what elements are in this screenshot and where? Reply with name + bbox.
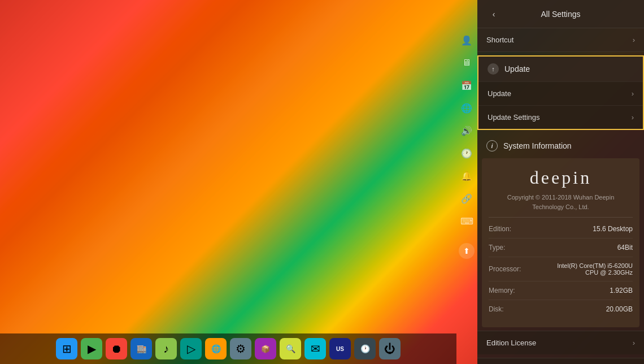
taskbar-media[interactable]: ▷ [180, 338, 202, 359]
taskbar-clock[interactable]: 🕐 [354, 338, 376, 359]
edition-label: Edition: [489, 225, 511, 233]
taskbar-search[interactable]: 🔍 [280, 338, 301, 359]
taskbar-email[interactable]: ✉ [304, 338, 326, 359]
update-section-title: Update [504, 64, 530, 73]
info-icon: i [486, 140, 498, 151]
taskbar-launcher[interactable]: ⊞ [56, 338, 77, 359]
taskbar-video[interactable]: ▶ [81, 338, 102, 359]
back-button[interactable]: ‹ [486, 7, 501, 21]
update-settings-label: Update Settings [488, 113, 540, 122]
shortcut-label: Shortcut [486, 36, 514, 44]
settings-sidebar: 👤 🖥 📅 🌐 🔊 🕐 🔔 🔗 ⌨ ⬆ [456, 0, 477, 339]
type-row: Type: 64Bit [489, 239, 633, 257]
deepin-copyright: Copyright © 2011-2018 Wuhan DeepinTechno… [489, 193, 633, 211]
sidebar-icon-display[interactable]: 🖥 [460, 57, 473, 69]
processor-value: Intel(R) Core(TM) i5-6200UCPU @ 2.30GHz [557, 262, 633, 276]
disk-value: 20.00GB [606, 305, 633, 313]
update-settings-row[interactable]: Update Settings › [478, 105, 643, 129]
taskbar-power[interactable]: ⏻ [379, 338, 401, 359]
update-row[interactable]: Update › [478, 81, 643, 105]
taskbar-browser[interactable]: 🌐 [205, 338, 227, 359]
deepin-logo: deepin [489, 167, 633, 188]
system-info-header: i System Information [477, 133, 644, 158]
taskbar-app[interactable]: 📦 [255, 338, 276, 359]
sidebar-icon-calendar[interactable]: 📅 [460, 79, 473, 92]
edition-license-row[interactable]: Edition License › [477, 331, 644, 354]
shortcut-chevron-icon: › [633, 36, 635, 44]
memory-value: 1.92GB [610, 287, 633, 294]
update-label: Update [488, 89, 511, 98]
settings-panel: ‹ All Settings Shortcut › ↑ Update Updat… [477, 0, 644, 364]
type-value: 64Bit [617, 244, 633, 252]
processor-row: Processor: Intel(R) Core(TM) i5-6200UCPU… [489, 257, 633, 281]
update-settings-chevron-icon: › [632, 113, 634, 122]
sidebar-icon-notification[interactable]: 🔔 [460, 170, 473, 182]
processor-label: Processor: [489, 265, 521, 273]
panel-title: All Settings [507, 10, 615, 19]
taskbar: ⊞ ▶ ⏺ 🏬 ♪ ▷ 🌐 ⚙ 📦 🔍 ✉ US 🕐 ⏻ [0, 333, 456, 364]
sidebar-icon-user[interactable]: 👤 [460, 34, 473, 46]
edition-license-label: Edition License [486, 339, 536, 347]
panel-header: ‹ All Settings [477, 0, 644, 28]
taskbar-locale[interactable]: US [329, 338, 351, 359]
taskbar-music[interactable]: ♪ [155, 338, 177, 359]
edition-value: 15.6 Desktop [593, 225, 633, 233]
taskbar-settings[interactable]: ⚙ [230, 338, 251, 359]
update-chevron-icon: › [632, 89, 634, 98]
shortcut-row[interactable]: Shortcut › [477, 28, 644, 52]
update-section-header: ↑ Update [478, 57, 643, 81]
taskbar-store[interactable]: 🏬 [130, 338, 152, 359]
edition-license-chevron-icon: › [633, 339, 635, 347]
sidebar-icon-network[interactable]: 🌐 [460, 102, 473, 114]
type-label: Type: [489, 244, 505, 252]
sidebar-icon-sound[interactable]: 🔊 [460, 124, 473, 137]
disk-label: Disk: [489, 305, 504, 313]
sidebar-icon-clock[interactable]: 🕐 [460, 147, 473, 159]
update-icon: ↑ [488, 63, 499, 75]
disk-row: Disk: 20.00GB [489, 300, 633, 318]
system-info-title: System Information [503, 141, 572, 150]
memory-row: Memory: 1.92GB [489, 281, 633, 300]
taskbar-record[interactable]: ⏺ [106, 338, 127, 359]
sidebar-icon-upload[interactable]: ⬆ [459, 243, 475, 259]
edition-row: Edition: 15.6 Desktop [489, 220, 633, 239]
deepin-card: deepin Copyright © 2011-2018 Wuhan Deepi… [482, 158, 639, 327]
boot-menu-row[interactable]: Boot Menu › [477, 358, 644, 364]
update-section: ↑ Update Update › Update Settings › [477, 55, 644, 130]
sidebar-icon-keyboard[interactable]: ⌨ [460, 215, 473, 227]
memory-label: Memory: [489, 287, 515, 294]
sidebar-icon-sharing[interactable]: 🔗 [460, 192, 473, 205]
